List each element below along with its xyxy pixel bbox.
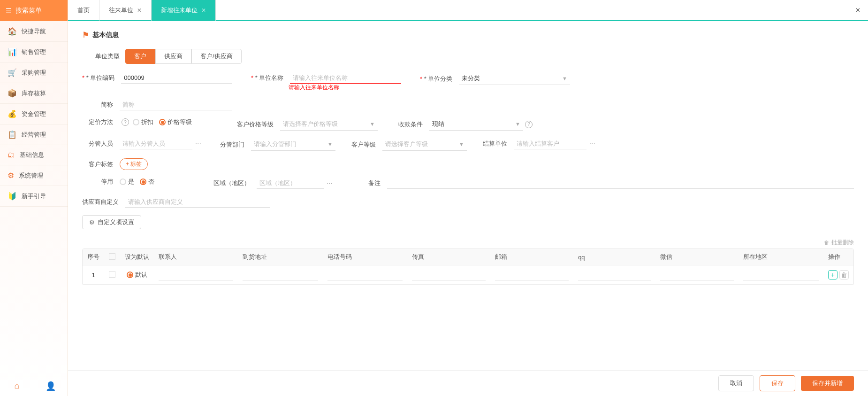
row-address bbox=[238, 265, 323, 285]
sidebar-item-finance[interactable]: 💰 资金管理 bbox=[0, 104, 68, 124]
unit-type-both-btn[interactable]: 客户/供应商 bbox=[191, 49, 242, 64]
department-arrow: ▼ bbox=[327, 141, 333, 147]
manager-input[interactable] bbox=[120, 138, 192, 149]
unit-code-input[interactable] bbox=[121, 72, 232, 84]
col-phone: 电话号码 bbox=[323, 249, 408, 265]
row-wechat bbox=[655, 265, 739, 285]
disabled-radio-group: 是 否 bbox=[120, 178, 154, 186]
customer-level-select[interactable]: 请选择客户等级 ▼ bbox=[382, 138, 467, 151]
field-department: 分管部门 请输入分管部门 ▼ bbox=[213, 138, 335, 151]
unit-type-customer-btn[interactable]: 客户 bbox=[125, 49, 155, 64]
add-tag-btn[interactable]: + 标签 bbox=[120, 158, 148, 170]
inventory-icon: 📦 bbox=[8, 89, 17, 98]
disabled-yes-circle bbox=[120, 179, 126, 185]
batch-delete-icon: 🗑 bbox=[824, 240, 830, 246]
tab-bar: 首页 往来单位 ✕ 新增往来单位 ✕ ✕ bbox=[68, 0, 868, 21]
sidebar-item-basic[interactable]: 🗂 基础信息 bbox=[0, 145, 68, 165]
sidebar-label-operation: 经营管理 bbox=[22, 131, 46, 139]
row-default: 默认 bbox=[120, 265, 154, 285]
row-contact-input[interactable] bbox=[159, 269, 233, 280]
region-input[interactable] bbox=[257, 178, 324, 189]
cancel-button[interactable]: 取消 bbox=[718, 375, 754, 391]
basic-icon: 🗂 bbox=[8, 151, 15, 159]
row-phone-input[interactable] bbox=[327, 269, 403, 280]
sidebar-item-operation[interactable]: 📋 经营管理 bbox=[0, 124, 68, 145]
sidebar-item-quick-nav[interactable]: 🏠 快捷导航 bbox=[0, 21, 68, 42]
unit-category-select[interactable]: 未分类 ▼ bbox=[459, 72, 570, 85]
custom-settings-btn[interactable]: ⚙ 自定义项设置 bbox=[82, 215, 141, 229]
customer-price-level-select[interactable]: 请选择客户价格等级 ▼ bbox=[280, 118, 378, 131]
field-pricing-method: 定价方法 ? 折扣 价格等级 bbox=[82, 118, 223, 126]
batch-delete-label[interactable]: 批量删除 bbox=[831, 239, 854, 247]
sidebar-search[interactable]: ☰ 搜索菜单 bbox=[0, 0, 68, 21]
department-select[interactable]: 请输入分管部门 ▼ bbox=[251, 138, 335, 151]
footer: 取消 保存 保存并新增 bbox=[68, 370, 868, 396]
settlement-unit-more-btn[interactable]: ··· bbox=[586, 140, 598, 148]
row-checkbox[interactable] bbox=[109, 271, 115, 278]
window-close-btn[interactable]: ✕ bbox=[848, 0, 868, 21]
sales-icon: 📊 bbox=[8, 47, 17, 56]
sidebar-item-system[interactable]: ⚙ 系统管理 bbox=[0, 165, 68, 186]
row-qq-input[interactable] bbox=[578, 269, 651, 280]
purchase-icon: 🛒 bbox=[8, 68, 17, 77]
pricing-help-icon[interactable]: ? bbox=[122, 118, 129, 126]
custom-settings-row: ⚙ 自定义项设置 bbox=[82, 215, 854, 235]
field-disabled: 停用 是 否 bbox=[82, 178, 199, 186]
row-email-input[interactable] bbox=[495, 269, 569, 280]
row-email bbox=[490, 265, 573, 285]
short-name-input[interactable] bbox=[120, 99, 232, 110]
sidebar: ☰ 搜索菜单 🏠 快捷导航 📊 销售管理 🛒 采购管理 📦 库存核算 💰 资金管… bbox=[0, 0, 68, 396]
radio-price-level-label: 价格等级 bbox=[168, 118, 192, 126]
save-new-button[interactable]: 保存并新增 bbox=[801, 376, 854, 391]
sidebar-item-inventory[interactable]: 📦 库存核算 bbox=[0, 83, 68, 104]
tab-partners[interactable]: 往来单位 ✕ bbox=[99, 0, 152, 21]
tab-new-partner-close[interactable]: ✕ bbox=[201, 7, 206, 14]
sidebar-bottom: ⌂ 👤 bbox=[0, 376, 68, 396]
row-short-name: 简称 bbox=[82, 99, 854, 110]
sidebar-profile-btn[interactable]: 👤 bbox=[34, 376, 68, 396]
tab-home[interactable]: 首页 bbox=[68, 0, 99, 21]
manager-more-btn[interactable]: ··· bbox=[192, 140, 204, 148]
sidebar-label-guide: 新手引导 bbox=[22, 192, 46, 201]
payment-terms-select[interactable]: 现结 ▼ bbox=[429, 118, 523, 131]
remark-input[interactable] bbox=[387, 178, 854, 189]
unit-type-supplier-btn[interactable]: 供应商 bbox=[155, 49, 191, 64]
tab-new-partner-label: 新增往来单位 bbox=[161, 6, 198, 15]
field-unit-category: * 单位分类 未分类 ▼ bbox=[420, 72, 570, 85]
section-title-label: 基本信息 bbox=[92, 31, 119, 39]
row-add-btn[interactable]: + bbox=[828, 270, 838, 280]
disabled-radio-yes[interactable]: 是 bbox=[120, 178, 134, 186]
remark-label: 备注 bbox=[350, 179, 382, 187]
row-region-input[interactable] bbox=[743, 269, 819, 280]
table-row: 1 默认 bbox=[83, 265, 853, 285]
settlement-unit-input[interactable] bbox=[514, 138, 586, 149]
row-wechat-input[interactable] bbox=[660, 269, 734, 280]
unit-name-input[interactable] bbox=[290, 72, 401, 84]
sidebar-item-purchase[interactable]: 🛒 采购管理 bbox=[0, 62, 68, 83]
customer-price-level-arrow: ▼ bbox=[370, 121, 375, 127]
row-del-btn[interactable]: 🗑 bbox=[839, 270, 849, 280]
region-more-btn[interactable]: ··· bbox=[324, 179, 335, 187]
gear-icon: ⚙ bbox=[89, 219, 95, 226]
disabled-radio-no[interactable]: 否 bbox=[140, 178, 154, 186]
pricing-radio-price-level[interactable]: 价格等级 bbox=[159, 118, 192, 126]
field-payment-terms: 收款条件 现结 ▼ ? bbox=[392, 118, 533, 131]
row-address-input[interactable] bbox=[243, 269, 318, 280]
row-actions: + 🗑 bbox=[823, 265, 853, 285]
header-checkbox[interactable] bbox=[109, 253, 115, 260]
row-default-radio[interactable]: 默认 bbox=[125, 271, 149, 279]
row-manager: 分管人员 ··· 分管部门 请输入分管部门 ▼ 客户等级 请选择客户等级 ▼ bbox=[82, 138, 854, 151]
tab-partners-close[interactable]: ✕ bbox=[137, 7, 142, 14]
payment-terms-help-icon[interactable]: ? bbox=[525, 121, 533, 128]
customer-price-level-placeholder: 请选择客户价格等级 bbox=[283, 120, 338, 128]
content-area: ⚑ 基本信息 单位类型 客户 供应商 客户/供应商 * 单位编码 * 单位名称 bbox=[68, 21, 868, 370]
department-placeholder: 请输入分管部门 bbox=[254, 140, 297, 148]
save-button[interactable]: 保存 bbox=[760, 375, 795, 391]
row-fax-input[interactable] bbox=[412, 269, 486, 280]
supplier-custom-input[interactable] bbox=[125, 196, 270, 208]
sidebar-item-sales[interactable]: 📊 销售管理 bbox=[0, 42, 68, 62]
sidebar-item-guide[interactable]: 🔰 新手引导 bbox=[0, 186, 68, 207]
pricing-radio-discount[interactable]: 折扣 bbox=[133, 118, 153, 126]
tab-new-partner[interactable]: 新增往来单位 ✕ bbox=[152, 0, 216, 21]
sidebar-home-btn[interactable]: ⌂ bbox=[0, 376, 34, 396]
